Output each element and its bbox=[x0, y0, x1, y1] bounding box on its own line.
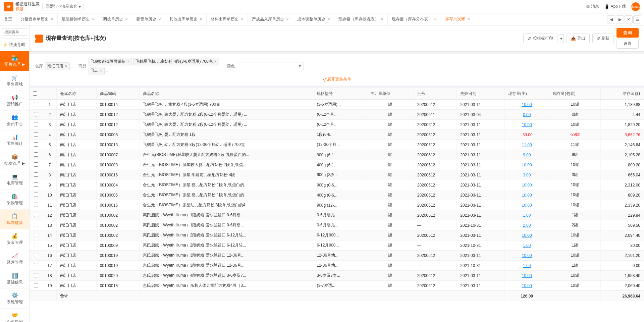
row-checkbox[interactable] bbox=[34, 263, 38, 267]
close-tab-other-outbound[interactable]: ✕ bbox=[200, 17, 202, 21]
sidebar-item-quick-nav[interactable]: ⚡ 快捷导航 bbox=[0, 40, 29, 50]
app-download-btn[interactable]: 📱 App下载 bbox=[604, 4, 626, 9]
sidebar-item-retail-stats[interactable]: 📊 零售统计 bbox=[0, 130, 29, 150]
sidebar-item-retail-management[interactable]: 🏪 零售管理 ▶ bbox=[0, 51, 29, 71]
product-more[interactable]: ... bbox=[106, 68, 109, 73]
current-main-value[interactable]: 0.00 bbox=[523, 112, 531, 117]
current-main-value[interactable]: 1.00 bbox=[523, 213, 531, 218]
row-checkbox[interactable] bbox=[34, 132, 38, 137]
row-checkbox[interactable] bbox=[34, 142, 38, 147]
sidebar-item-ecommerce[interactable]: 💻 电商管理 bbox=[0, 170, 29, 190]
current-main-value[interactable]: 2.00 bbox=[523, 223, 531, 228]
print-dropdown-btn[interactable]: ▾ bbox=[559, 34, 564, 43]
sidebar-item-system[interactable]: ⚙️ 系统管理 bbox=[0, 289, 29, 309]
refresh-btn[interactable]: ↺ 刷新 bbox=[592, 34, 614, 43]
tab-product-inbound[interactable]: 产成品入库单历史 ✕ bbox=[248, 13, 293, 25]
tab-inventory-status[interactable]: 现存量（库存状况表） ✕ bbox=[334, 13, 388, 25]
message-btn[interactable]: ✉ 消息 bbox=[586, 4, 599, 9]
row-checkbox[interactable] bbox=[34, 172, 38, 177]
close-tab-material-outbound[interactable]: ✕ bbox=[241, 17, 244, 21]
query-btn[interactable]: 查询 bbox=[616, 28, 639, 38]
tab-requisition[interactable]: 要货单历史 ✕ bbox=[132, 13, 165, 25]
sidebar-item-wholesale[interactable]: 📦 批发管理 ▶ bbox=[0, 150, 29, 170]
tab-material-outbound[interactable]: 材料出库单历史 ✕ bbox=[207, 13, 248, 25]
color-select[interactable]: ▾ bbox=[237, 62, 304, 70]
current-main-value[interactable]: 10.00 bbox=[522, 273, 532, 278]
row-checkbox[interactable] bbox=[34, 122, 38, 126]
row-checkbox[interactable] bbox=[34, 182, 38, 187]
expand-sidebar-btn[interactable]: › bbox=[35, 35, 43, 43]
export-btn[interactable]: 📤 导出 bbox=[567, 34, 590, 43]
search-input[interactable] bbox=[2, 28, 27, 36]
close-tab-transfer[interactable]: ✕ bbox=[125, 17, 128, 21]
tab-home[interactable]: 首页 bbox=[0, 13, 16, 25]
current-main-value[interactable]: 11.00 bbox=[522, 143, 532, 147]
row-checkbox[interactable] bbox=[34, 203, 38, 207]
current-main-value[interactable]: 10.00 bbox=[522, 183, 532, 187]
sidebar-item-member-center[interactable]: 👥 会员中心 bbox=[0, 111, 29, 130]
sidebar-item-finance[interactable]: 💰 资金管理 bbox=[0, 229, 29, 249]
current-main-value[interactable]: 10.00 bbox=[522, 193, 532, 198]
close-tab-split-inventory[interactable]: ✕ bbox=[51, 17, 53, 21]
row-checkbox[interactable] bbox=[34, 193, 38, 197]
row-checkbox[interactable] bbox=[34, 102, 38, 106]
row-checkbox[interactable] bbox=[34, 213, 38, 217]
warehouse-tag-nanhui[interactable]: 南汇门店 ✕ bbox=[45, 62, 70, 70]
current-main-value[interactable]: 1.00 bbox=[523, 263, 531, 268]
nav-prev-btn[interactable]: ◀ bbox=[607, 15, 615, 23]
sidebar-item-enterprise-coop[interactable]: 🤝 企业协同 bbox=[0, 309, 29, 322]
current-main-value[interactable]: 10.00 bbox=[522, 283, 532, 288]
product-tag-3[interactable]: 飞... ✕ bbox=[89, 67, 105, 74]
nav-next-btn[interactable]: ▶ bbox=[616, 15, 624, 23]
product-tag-1[interactable]: 飞鹤奶粉3段两罐装 ✕ bbox=[89, 58, 132, 65]
expand-more-conditions-btn[interactable]: ⋁ 展开更多条件 bbox=[323, 76, 351, 82]
sidebar-item-operations[interactable]: 📈 经营管理 bbox=[0, 249, 29, 269]
tab-inventory-dist[interactable]: 现存量（库存分布表） ✕ bbox=[388, 13, 441, 25]
row-checkbox[interactable] bbox=[34, 253, 38, 257]
row-checkbox[interactable] bbox=[34, 112, 38, 116]
close-tab-disassemble[interactable]: ✕ bbox=[92, 17, 95, 21]
row-checkbox[interactable] bbox=[34, 283, 38, 287]
remove-product-tag-3[interactable]: ✕ bbox=[100, 69, 102, 72]
settings-btn[interactable]: 设置 bbox=[616, 39, 639, 49]
sidebar-item-inventory-check[interactable]: 📋 库存核算 bbox=[0, 210, 29, 229]
tab-cost-adjust[interactable]: 成本调整单历史 ✕ bbox=[293, 13, 334, 25]
current-main-value[interactable]: 10.00 bbox=[522, 163, 532, 167]
current-main-value[interactable]: 9.00 bbox=[523, 153, 531, 157]
row-checkbox[interactable] bbox=[34, 233, 38, 237]
row-checkbox[interactable] bbox=[34, 223, 38, 227]
close-tab-product-inbound[interactable]: ✕ bbox=[286, 17, 289, 21]
sidebar-item-basic-info[interactable]: ℹ️ 基础信息 bbox=[0, 269, 29, 289]
remove-product-tag-2[interactable]: ✕ bbox=[214, 60, 217, 63]
close-tab-inventory-status[interactable]: ✕ bbox=[381, 17, 383, 21]
tab-batch-vouchers[interactable]: 库存批次账 ✕ bbox=[441, 13, 474, 25]
row-checkbox[interactable] bbox=[34, 243, 38, 247]
remove-warehouse-tag[interactable]: ✕ bbox=[65, 64, 67, 68]
avatar[interactable]: demo2 bbox=[631, 2, 640, 11]
tab-split-inventory[interactable]: 分量盘点单历史 ✕ bbox=[16, 13, 58, 25]
current-main-value[interactable]: 10.00 bbox=[522, 122, 532, 127]
current-main-value[interactable]: 10.00 bbox=[522, 233, 532, 238]
tab-transfer[interactable]: 调拨单历史 ✕ bbox=[99, 13, 132, 25]
tab-disassemble[interactable]: 组装拆卸单历史 ✕ bbox=[58, 13, 99, 25]
close-tab-batch-vouchers[interactable]: ✕ bbox=[467, 17, 470, 21]
sidebar-item-marketing[interactable]: 📢 营销推广 bbox=[0, 91, 29, 111]
close-tab-requisition[interactable]: ✕ bbox=[158, 17, 161, 21]
close-tab-cost-adjust[interactable]: ✕ bbox=[327, 17, 330, 21]
row-checkbox[interactable] bbox=[34, 273, 38, 277]
remove-product-tag-1[interactable]: ✕ bbox=[127, 60, 129, 63]
sidebar-item-purchase[interactable]: 🛍️ 采购管理 bbox=[0, 190, 29, 210]
row-checkbox[interactable] bbox=[34, 162, 38, 167]
row-checkbox[interactable] bbox=[34, 152, 38, 157]
product-tag-2[interactable]: 飞鹤星飞帆 儿童奶粉 4段(3-6岁适用) 700克 ✕ bbox=[133, 58, 219, 65]
company-select[interactable]: 母婴行业演示账套 ▾ bbox=[42, 3, 84, 10]
select-all-checkbox[interactable] bbox=[33, 91, 37, 96]
nav-close-all-btn[interactable]: ✕ bbox=[625, 15, 633, 23]
tab-other-outbound[interactable]: 其他出库单历史 ✕ bbox=[165, 13, 207, 25]
sidebar-item-retail-mall[interactable]: 🛒 零售商城 bbox=[0, 71, 29, 91]
current-main-value[interactable]: 10.00 bbox=[522, 102, 532, 107]
print-btn[interactable]: 🖨 按模板打印 bbox=[523, 34, 557, 43]
nav-more-btn[interactable]: ☰ bbox=[633, 15, 641, 23]
close-tab-inventory-dist[interactable]: ✕ bbox=[434, 17, 437, 21]
current-main-value[interactable]: 10.00 bbox=[522, 203, 532, 208]
